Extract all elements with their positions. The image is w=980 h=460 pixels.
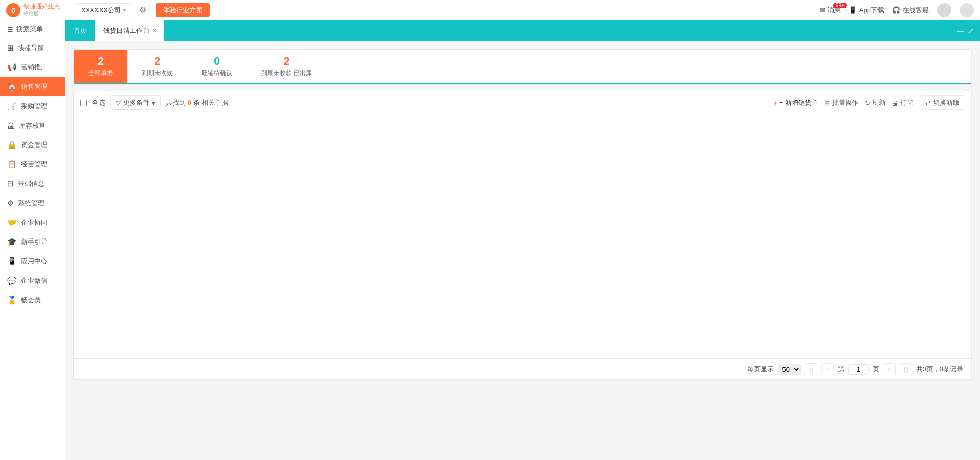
- per-page-label: 每页显示: [747, 365, 774, 374]
- chevron-down-icon: ▾: [123, 7, 126, 13]
- member-icon: 🏅: [7, 296, 17, 305]
- page-unit: 页: [873, 365, 879, 374]
- batch-icon: ⊞: [824, 99, 830, 107]
- wechat-icon: 💬: [7, 276, 17, 285]
- stat-tab-pending[interactable]: 0 旺铺待确认: [187, 50, 247, 83]
- stat-label-shipped: 到期未收款 已出库: [261, 69, 312, 78]
- tab-minimize-icon[interactable]: —: [957, 27, 964, 35]
- chevron-down-icon-filter: ▾: [152, 99, 155, 107]
- avatar[interactable]: [937, 3, 951, 17]
- search-icon: ☰: [7, 26, 13, 33]
- print-button[interactable]: 🖨 打印: [892, 98, 914, 107]
- company-selector[interactable]: XXXXXX公司 ▾: [76, 3, 131, 17]
- download-icon: 📱: [849, 6, 857, 14]
- select-all-checkbox[interactable]: [80, 100, 87, 106]
- refresh-button[interactable]: ↻ 刷新: [865, 98, 886, 107]
- logo-badge: 标准版: [23, 10, 60, 17]
- stat-num-shipped: 2: [261, 55, 312, 68]
- guide-icon: 🎓: [7, 237, 17, 247]
- stat-num-all: 2: [88, 55, 113, 68]
- sidebar-item-purchase[interactable]: 🛒 采购管理: [0, 96, 65, 116]
- add-sale-order-button[interactable]: + + 新增销货单: [773, 98, 818, 107]
- logo-text: 畅捷通好生意: [23, 3, 60, 11]
- online-service-btn[interactable]: 🎧 在线客服: [892, 6, 929, 15]
- tab-bar: 首页 钱货日清工作台 × — ⤢: [65, 20, 980, 41]
- prev-page-button[interactable]: ＜: [821, 363, 834, 375]
- toolbar-left: 全选 ▽ 更多条件 ▾ 共找到 0 条 相关单据: [80, 95, 228, 110]
- stat-num-overdue: 2: [142, 55, 173, 68]
- purchase-icon: 🛒: [7, 102, 17, 111]
- sidebar-item-wechat[interactable]: 💬 企业微信: [0, 271, 65, 290]
- sidebar-item-sales[interactable]: 🏠 销售管理: [0, 77, 65, 96]
- first-page-button[interactable]: ⟨⟨: [805, 363, 817, 375]
- tab-home[interactable]: 首页: [65, 20, 95, 41]
- stat-label-all: 全部单据: [88, 69, 113, 78]
- tab-close-icon[interactable]: ×: [153, 27, 156, 34]
- toolbar-right: + + 新增销货单 ⊞ 批量操作 ↻ 刷新 🖨 打印 ⇄ 切换新版: [773, 95, 965, 110]
- stat-num-pending: 0: [202, 55, 232, 68]
- message-icon: ✉: [820, 6, 825, 14]
- more-filters-button[interactable]: ▽ 更多条件 ▾: [110, 95, 161, 110]
- sales-icon: 🏠: [7, 82, 17, 91]
- page-input[interactable]: [848, 364, 869, 375]
- tab-maximize-icon[interactable]: ⤢: [968, 27, 974, 35]
- message-btn[interactable]: ✉ 消息 99+: [820, 6, 841, 15]
- appcenter-icon: 📱: [7, 257, 17, 266]
- sidebar-item-appcenter[interactable]: 📱 应用中心: [0, 252, 65, 271]
- sidebar-item-finance[interactable]: 🔒 资金管理: [0, 135, 65, 155]
- found-count: 0: [188, 99, 191, 106]
- logo-area: 6 畅捷通好生意 标准版: [6, 3, 71, 18]
- stat-tab-overdue[interactable]: 2 到期未收款: [128, 50, 187, 83]
- sidebar-item-guide[interactable]: 🎓 新手引导: [0, 232, 65, 252]
- system-icon: ⚙: [7, 199, 14, 208]
- experience-button[interactable]: 体验行业方案: [156, 3, 210, 17]
- table-area: [74, 114, 972, 359]
- sidebar-item-basic[interactable]: ⊟ 基础信息: [0, 174, 65, 193]
- switch-icon: ⇄: [925, 99, 931, 107]
- corp-icon: 🤝: [7, 218, 17, 227]
- inventory-icon: 🏛: [7, 122, 15, 130]
- switch-new-version-button[interactable]: ⇄ 切换新版: [920, 95, 965, 110]
- finance-icon: 🔒: [7, 140, 17, 150]
- tab-bar-actions: — ⤢: [957, 27, 980, 35]
- logo-icon: 6: [6, 3, 20, 17]
- print-icon: 🖨: [892, 99, 898, 107]
- found-text: 共找到 0 条 相关单据: [166, 98, 228, 107]
- message-badge: 99+: [833, 3, 847, 8]
- stat-tab-shipped[interactable]: 2 到期未收款 已出库: [247, 50, 326, 83]
- batch-operation-button[interactable]: ⊞ 批量操作: [824, 98, 859, 107]
- basic-icon: ⊟: [7, 179, 14, 188]
- sidebar: ☰ 搜索菜单 ⊞ 快捷导航 📢 营销推广 🏠 销售管理 🛒 采购管理 🏛 库存核…: [0, 20, 65, 460]
- grid-icon: ⊞: [7, 43, 14, 53]
- sidebar-item-member[interactable]: 🏅 畅会员: [0, 290, 65, 310]
- user-avatar-placeholder: [960, 3, 974, 17]
- total-info: 共0页，0条记录: [916, 365, 963, 374]
- service-icon: 🎧: [892, 6, 900, 14]
- settings-icon[interactable]: ⚙: [135, 3, 151, 18]
- sidebar-item-inventory[interactable]: 🏛 库存核算: [0, 116, 65, 135]
- app-download-btn[interactable]: 📱 App下载: [849, 6, 884, 15]
- sidebar-item-corp[interactable]: 🤝 企业协同: [0, 213, 65, 232]
- last-page-button[interactable]: ⟩⟩: [900, 363, 912, 375]
- next-page-button[interactable]: ＞: [884, 363, 896, 375]
- sidebar-item-operation[interactable]: 📋 经营管理: [0, 155, 65, 174]
- sidebar-item-quick-nav[interactable]: ⊞ 快捷导航: [0, 38, 65, 58]
- operation-icon: 📋: [7, 160, 17, 169]
- stat-label-overdue: 到期未收款: [142, 69, 173, 78]
- tab-workbench[interactable]: 钱货日清工作台 ×: [95, 20, 164, 41]
- plus-icon: +: [773, 99, 777, 107]
- marketing-icon: 📢: [7, 63, 17, 72]
- page-label: 第: [838, 365, 844, 374]
- sidebar-item-marketing[interactable]: 📢 营销推广: [0, 58, 65, 77]
- refresh-icon: ↻: [865, 99, 870, 107]
- pagination-bar: 每页显示 50 ⟨⟨ ＜ 第 页 ＞ ⟩⟩ 共0页，0条记录: [74, 359, 972, 380]
- main-content: 2 全部单据 2 到期未收款 0 旺铺待确认 2 到期未收款 已出库 全选 ▽: [65, 41, 980, 460]
- per-page-select[interactable]: 50: [778, 364, 801, 375]
- header-right: ✉ 消息 99+ 📱 App下载 🎧 在线客服: [820, 3, 974, 17]
- stat-label-pending: 旺铺待确认: [202, 69, 232, 78]
- sidebar-search-menu[interactable]: ☰ 搜索菜单: [0, 20, 65, 38]
- sidebar-item-system[interactable]: ⚙ 系统管理: [0, 193, 65, 213]
- select-all-label: 全选: [92, 98, 105, 107]
- filter-icon: ▽: [116, 99, 121, 107]
- stat-tab-all[interactable]: 2 全部单据: [74, 50, 128, 83]
